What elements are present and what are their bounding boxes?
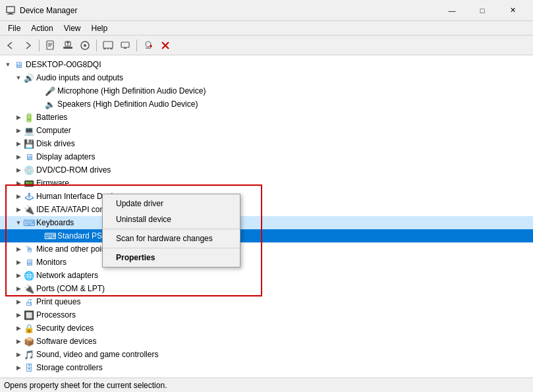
computer-node-icon: 💻 (24, 125, 34, 136)
remove-button[interactable] (140, 38, 156, 53)
toolbar-btn-7[interactable] (117, 38, 133, 53)
keyboard-icon: ⌨ (24, 217, 34, 228)
processors-label: Processors (36, 310, 76, 320)
tree-item-security[interactable]: ▶ 🔒 Security devices (0, 322, 533, 335)
window-title: Device Manager (20, 6, 437, 15)
context-update-driver[interactable]: Update driver (103, 196, 240, 211)
tree-item-computer[interactable]: ▶ 💻 Computer (0, 124, 533, 137)
software-label: Software devices (36, 337, 96, 346)
battery-icon: 🔋 (24, 112, 34, 123)
keyboards-label: Keyboards (36, 218, 74, 227)
scan-button[interactable] (77, 38, 93, 53)
audio-expander[interactable]: ▼ (13, 72, 24, 83)
tree-item-sound[interactable]: ▶ 🎵 Sound, video and game controllers (0, 348, 533, 361)
tree-item-system[interactable]: ▶ ⚙ System devices (0, 374, 533, 378)
close-button[interactable]: ✕ (497, 0, 528, 21)
tree-item-firmware[interactable]: ▶ 📟 Firmware (0, 177, 533, 190)
ide-expander[interactable]: ▶ (13, 204, 24, 215)
context-scan-hardware[interactable]: Scan for hardware changes (103, 231, 240, 246)
root-label: DESKTOP-O0G8DQI (26, 60, 101, 69)
tree-item-microphone[interactable]: ▶ 🎤 Microphone (High Definition Audio De… (0, 84, 533, 98)
tree-item-dvd[interactable]: ▶ 💿 DVD/CD-ROM drives (0, 163, 533, 177)
minimize-button[interactable]: — (437, 0, 467, 21)
sound-expander[interactable]: ▶ (13, 349, 24, 360)
menu-help[interactable]: Help (86, 22, 113, 34)
delete-button[interactable] (157, 38, 173, 53)
context-sep-1 (103, 229, 240, 229)
tree-item-ide[interactable]: ▶ 🔌 IDE ATA/ATAPI controllers (0, 203, 533, 216)
window-controls: — □ ✕ (437, 0, 528, 21)
processors-expander[interactable]: ▶ (13, 310, 24, 320)
tree-item-storage[interactable]: ▶ 🗄 Storage controllers (0, 361, 533, 374)
ports-expander[interactable]: ▶ (13, 283, 24, 294)
tree-item-mice[interactable]: ▶ 🖱 Mice and other pointing devices (0, 242, 533, 256)
title-bar: Device Manager — □ ✕ (0, 0, 533, 21)
svg-rect-2 (7, 14, 14, 14)
toolbar-btn-6[interactable] (100, 38, 116, 53)
batteries-label: Batteries (36, 113, 67, 122)
software-expander[interactable]: ▶ (13, 336, 24, 347)
toolbar-sep-2 (96, 40, 97, 51)
print-expander[interactable]: ▶ (13, 296, 24, 307)
monitors-expander[interactable]: ▶ (13, 257, 24, 267)
root-expander[interactable]: ▼ (3, 59, 13, 70)
tree-item-print[interactable]: ▶ 🖨 Print queues (0, 295, 533, 308)
tree-item-network[interactable]: ▶ 🌐 Network adapters (0, 269, 533, 282)
batteries-expander[interactable]: ▶ (13, 112, 24, 123)
tree-item-display[interactable]: ▶ 🖥 Display adapters (0, 150, 533, 163)
mice-expander[interactable]: ▶ (13, 244, 24, 254)
tree-item-hid[interactable]: ▶ 🕹 Human Interface Devices (0, 190, 533, 203)
context-properties[interactable]: Properties (103, 250, 240, 266)
port-icon: 🔌 (24, 283, 34, 294)
firmware-expander[interactable]: ▶ (13, 178, 24, 188)
ports-label: Ports (COM & LPT) (36, 284, 105, 293)
tree-item-software[interactable]: ▶ 📦 Software devices (0, 335, 533, 348)
maximize-button[interactable]: □ (467, 0, 497, 21)
menu-action[interactable]: Action (26, 22, 58, 34)
firmware-icon: 📟 (24, 178, 34, 188)
ps2-keyboard-icon: ⌨ (45, 231, 55, 241)
storage-expander[interactable]: ▶ (13, 362, 24, 373)
tree-item-disk[interactable]: ▶ 💾 Disk drives (0, 137, 533, 150)
menu-file[interactable]: File (3, 22, 26, 34)
mic-expander: ▶ (34, 86, 45, 96)
software-icon: 📦 (24, 336, 34, 347)
computer-icon: 🖥 (13, 59, 24, 70)
security-expander[interactable]: ▶ (13, 323, 24, 333)
disk-label: Disk drives (36, 139, 75, 148)
tree-root[interactable]: ▼ 🖥 DESKTOP-O0G8DQI (0, 58, 533, 71)
tree-item-ports[interactable]: ▶ 🔌 Ports (COM & LPT) (0, 282, 533, 295)
update-driver-button[interactable] (60, 38, 76, 53)
tree-item-audio[interactable]: ▼ 🔊 Audio inputs and outputs (0, 71, 533, 84)
tree-item-batteries[interactable]: ▶ 🔋 Batteries (0, 111, 533, 124)
context-uninstall-device[interactable]: Uninstall device (103, 211, 240, 227)
back-button[interactable] (3, 38, 18, 53)
monitors-label: Monitors (36, 258, 67, 267)
monitors-icon: 🖥 (24, 257, 34, 267)
svg-rect-16 (121, 42, 129, 47)
tree-item-monitors[interactable]: ▶ 🖥 Monitors (0, 256, 533, 269)
svg-rect-7 (63, 47, 72, 49)
forward-button[interactable] (20, 38, 36, 53)
svg-point-11 (84, 44, 86, 47)
app-icon (5, 5, 16, 16)
device-tree[interactable]: ▼ 🖥 DESKTOP-O0G8DQI ▼ 🔊 Audio inputs and… (0, 55, 533, 378)
tree-item-keyboards[interactable]: ▼ ⌨ Keyboards (0, 216, 533, 229)
computer-expander[interactable]: ▶ (13, 125, 24, 136)
status-bar: Opens property sheet for the current sel… (0, 378, 533, 392)
properties-button[interactable] (43, 38, 59, 53)
hid-icon: 🕹 (24, 191, 34, 202)
menu-view[interactable]: View (59, 22, 86, 34)
processor-icon: 🔲 (24, 310, 34, 320)
display-label: Display adapters (36, 152, 95, 161)
display-expander[interactable]: ▶ (13, 152, 24, 162)
system-expander[interactable]: ▶ (13, 376, 24, 378)
tree-item-speakers[interactable]: ▶ 🔈 Speakers (High Definition Audio Devi… (0, 98, 533, 111)
dvd-expander[interactable]: ▶ (13, 165, 24, 175)
tree-item-processors[interactable]: ▶ 🔲 Processors (0, 308, 533, 322)
tree-item-ps2-keyboard[interactable]: ▶ ⌨ Standard PS/2 Keyboard (0, 229, 533, 242)
hid-expander[interactable]: ▶ (13, 191, 24, 202)
menu-bar: File Action View Help (0, 21, 533, 36)
disk-expander[interactable]: ▶ (13, 138, 24, 149)
network-expander[interactable]: ▶ (13, 270, 24, 281)
